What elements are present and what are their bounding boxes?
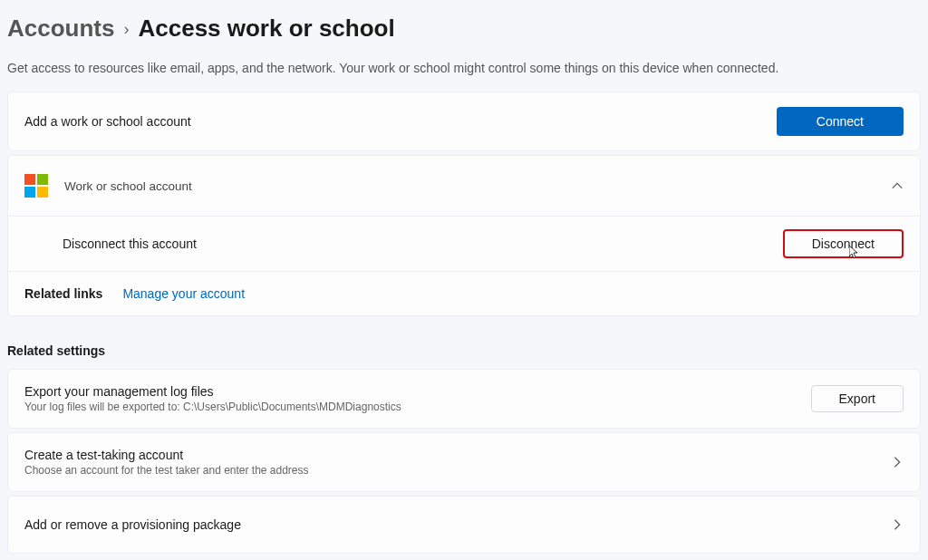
page-title: Access work or school xyxy=(138,14,394,43)
connect-button[interactable]: Connect xyxy=(777,107,904,136)
breadcrumb-separator: › xyxy=(123,20,129,39)
test-account-subtitle: Choose an account for the test taker and… xyxy=(24,464,891,477)
account-type-label: Work or school account xyxy=(64,179,891,193)
test-account-title: Create a test-taking account xyxy=(24,448,891,462)
breadcrumb-parent[interactable]: Accounts xyxy=(7,14,114,43)
export-logs-title: Export your management log files xyxy=(24,384,811,399)
breadcrumb: Accounts › Access work or school xyxy=(7,14,921,43)
related-links-label: Related links xyxy=(24,286,102,301)
add-account-card: Add a work or school account Connect xyxy=(7,92,921,151)
account-header[interactable]: Work or school account xyxy=(8,156,920,217)
manage-account-link[interactable]: Manage your account xyxy=(122,286,245,301)
export-button[interactable]: Export xyxy=(811,385,904,412)
connected-account-card: Work or school account Disconnect this a… xyxy=(7,155,921,316)
disconnect-row: Disconnect this account Disconnect xyxy=(8,217,920,272)
chevron-up-icon xyxy=(891,179,904,192)
add-account-label: Add a work or school account xyxy=(24,114,777,129)
related-links-row: Related links Manage your account xyxy=(8,272,920,315)
disconnect-label: Disconnect this account xyxy=(63,237,783,251)
microsoft-logo-icon xyxy=(24,174,48,198)
test-account-card[interactable]: Create a test-taking account Choose an a… xyxy=(7,432,921,492)
chevron-right-icon xyxy=(891,456,904,468)
provisioning-package-card[interactable]: Add or remove a provisioning package xyxy=(7,496,921,554)
export-logs-card[interactable]: Export your management log files Your lo… xyxy=(7,369,921,429)
page-description: Get access to resources like email, apps… xyxy=(7,61,921,75)
disconnect-button[interactable]: Disconnect xyxy=(783,229,904,258)
related-settings-heading: Related settings xyxy=(7,343,921,358)
provisioning-title: Add or remove a provisioning package xyxy=(24,517,891,532)
chevron-right-icon xyxy=(891,518,904,531)
export-logs-subtitle: Your log files will be exported to: C:\U… xyxy=(24,401,811,413)
